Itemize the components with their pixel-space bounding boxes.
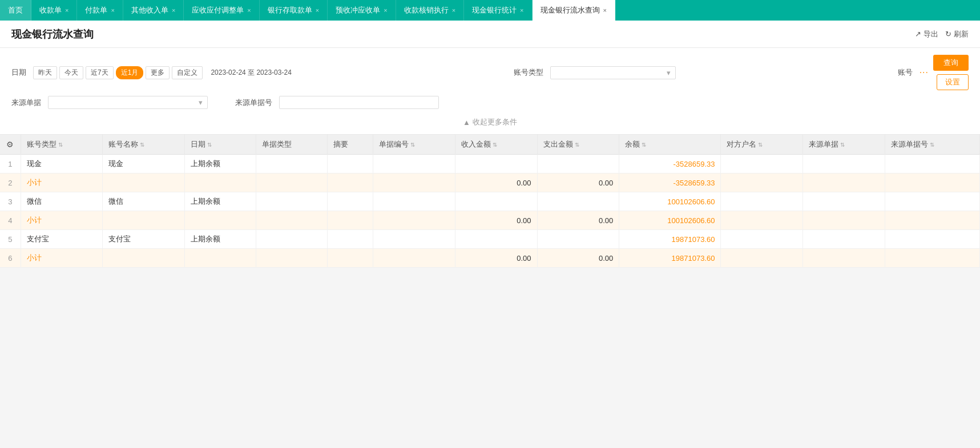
td-balance: -3528659.33: [619, 155, 721, 173]
nav-item-6[interactable]: 预收冲应收单×: [328, 0, 396, 21]
account-type-label: 账号类型: [514, 67, 543, 78]
table-row: 4小计0.000.00100102606.60: [0, 211, 980, 230]
account-type-select[interactable]: ▾: [550, 66, 676, 79]
th-account_type[interactable]: 账号类型⇅: [21, 135, 103, 155]
td-summary: [327, 211, 373, 230]
date-buttons: 昨天今天近7天近1月更多自定义: [33, 66, 203, 79]
td-account_name: [103, 211, 185, 230]
td-summary: [327, 192, 373, 211]
td-account_type: 小计: [21, 249, 103, 268]
date-btn-0[interactable]: 昨天: [33, 66, 57, 79]
th-counterpart[interactable]: 对方户名⇅: [721, 135, 803, 155]
gear-icon[interactable]: ⚙: [6, 140, 14, 149]
nav-close-icon-2[interactable]: ×: [111, 7, 114, 14]
page-header: 现金银行流水查询 ↗ 导出 ↻ 刷新: [0, 21, 980, 48]
nav-close-icon-7[interactable]: ×: [452, 7, 455, 14]
td-account_name: 微信: [103, 192, 185, 211]
td-summary: [327, 249, 373, 268]
td-doc_type: [256, 230, 327, 249]
nav-close-icon-3[interactable]: ×: [172, 7, 175, 14]
th-expense[interactable]: 支出金额⇅: [537, 135, 619, 155]
td-income: 0.00: [455, 173, 537, 192]
refresh-button[interactable]: ↻ 刷新: [945, 29, 969, 39]
th-source_doc[interactable]: 来源单据⇅: [803, 135, 885, 155]
td-account_type: 小计: [21, 211, 103, 230]
td-account_type: 支付宝: [21, 230, 103, 249]
account-ellipsis-btn[interactable]: ···: [919, 67, 929, 78]
header-actions: ↗ 导出 ↻ 刷新: [915, 29, 969, 39]
nav-item-7[interactable]: 收款核销执行×: [396, 0, 464, 21]
td-source_doc: [803, 173, 885, 192]
date-btn-3[interactable]: 近1月: [116, 66, 144, 79]
nav-item-5[interactable]: 银行存取款单×: [260, 0, 328, 21]
source-doc-no-filter-group: 来源单据号: [235, 96, 439, 109]
td-counterpart: [721, 249, 803, 268]
nav-item-9[interactable]: 现金银行流水查询×: [533, 0, 615, 21]
nav-close-icon-1[interactable]: ×: [65, 7, 68, 14]
nav-item-0[interactable]: 首页: [0, 0, 31, 21]
th-doc_no[interactable]: 单据编号⇅: [373, 135, 455, 155]
nav-item-8[interactable]: 现金银行统计×: [464, 0, 532, 21]
th-account_name[interactable]: 账号名称⇅: [103, 135, 185, 155]
sort-icon-source_doc: ⇅: [840, 142, 845, 148]
date-label: 日期: [11, 67, 26, 78]
table-row: 5支付宝支付宝上期余额19871073.60: [0, 230, 980, 249]
source-doc-no-input[interactable]: [279, 96, 439, 109]
nav-close-icon-4[interactable]: ×: [247, 7, 251, 14]
refresh-icon: ↻: [945, 30, 951, 38]
nav-close-icon-6[interactable]: ×: [384, 7, 387, 14]
td-source_doc: [803, 192, 885, 211]
td-source_doc: [803, 249, 885, 268]
td-gear: 2: [0, 173, 21, 192]
th-doc_type: 单据类型: [256, 135, 327, 155]
nav-close-icon-5[interactable]: ×: [316, 7, 319, 14]
export-button[interactable]: ↗ 导出: [915, 29, 938, 39]
collapse-label: 收起更多条件: [473, 117, 517, 127]
nav-item-1[interactable]: 收款单×: [31, 0, 77, 21]
td-account_name: 现金: [103, 155, 185, 173]
td-account_type: 小计: [21, 173, 103, 192]
date-filter-group: 日期 昨天今天近7天近1月更多自定义 2023-02-24 至 2023-03-…: [11, 66, 292, 79]
collapse-bar[interactable]: ▲ 收起更多条件: [11, 115, 969, 130]
source-doc-select[interactable]: ▾: [48, 96, 208, 109]
top-navigation: 首页收款单×付款单×其他收入单×应收应付调整单×银行存取款单×预收冲应收单×收款…: [0, 0, 980, 21]
sort-icon-date: ⇅: [207, 142, 212, 148]
table-row: 6小计0.000.0019871073.60: [0, 249, 980, 268]
nav-close-icon-8[interactable]: ×: [520, 7, 523, 14]
th-source_doc_no[interactable]: 来源单据号⇅: [885, 135, 979, 155]
th-summary: 摘要: [327, 135, 373, 155]
sort-icon-counterpart: ⇅: [758, 142, 763, 148]
th-date[interactable]: 日期⇅: [184, 135, 256, 155]
td-gear: 6: [0, 249, 21, 268]
td-income: [455, 230, 537, 249]
td-counterpart: [721, 173, 803, 192]
date-btn-4[interactable]: 更多: [146, 66, 170, 79]
filter-row-date: 日期 昨天今天近7天近1月更多自定义 2023-02-24 至 2023-03-…: [11, 55, 969, 90]
td-income: 0.00: [455, 211, 537, 230]
th-balance[interactable]: 余额⇅: [619, 135, 721, 155]
td-doc_type: [256, 211, 327, 230]
td-account_type: 微信: [21, 192, 103, 211]
nav-close-icon-9[interactable]: ×: [603, 7, 607, 14]
td-date: [184, 173, 256, 192]
th-income[interactable]: 收入金额⇅: [455, 135, 537, 155]
td-source_doc: [803, 155, 885, 173]
nav-item-3[interactable]: 其他收入单×: [123, 0, 184, 21]
filter-area: 日期 昨天今天近7天近1月更多自定义 2023-02-24 至 2023-03-…: [0, 48, 980, 135]
td-doc_no: [373, 211, 455, 230]
td-gear: 3: [0, 192, 21, 211]
td-source_doc_no: [885, 211, 979, 230]
nav-item-4[interactable]: 应收应付调整单×: [184, 0, 259, 21]
td-summary: [327, 173, 373, 192]
date-btn-2[interactable]: 近7天: [86, 66, 114, 79]
td-counterpart: [721, 155, 803, 173]
data-table: ⚙账号类型⇅账号名称⇅日期⇅单据类型摘要单据编号⇅收入金额⇅支出金额⇅余额⇅对方…: [0, 135, 980, 268]
td-expense: 0.00: [537, 249, 619, 268]
date-btn-5[interactable]: 自定义: [172, 66, 203, 79]
nav-item-2[interactable]: 付款单×: [77, 0, 123, 21]
query-button[interactable]: 查询: [933, 55, 969, 71]
td-date: [184, 211, 256, 230]
settings-button[interactable]: 设置: [937, 74, 969, 90]
date-btn-1[interactable]: 今天: [59, 66, 83, 79]
td-gear: 1: [0, 155, 21, 173]
